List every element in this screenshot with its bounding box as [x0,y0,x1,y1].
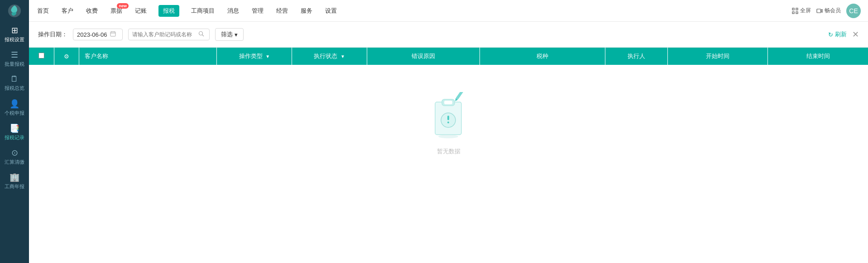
th-tax: 税种 [480,48,605,65]
th-error: 错误原因 [367,48,480,65]
sidebar-label-reconcile: 汇算清缴 [5,159,24,165]
sidebar-item-batch-tax[interactable]: ☰ 批量报税 [0,46,29,71]
filter-button[interactable]: 筛选 ▾ [215,28,244,41]
toolbar-right: ↻ 刷新 ✕ [828,29,859,39]
th-executor: 执行人 [605,48,667,65]
svg-rect-18 [456,92,464,100]
sidebar-label-batch-tax: 批量报税 [5,61,24,67]
th-gear[interactable]: ⚙ [54,48,79,65]
svg-rect-17 [447,122,449,123]
svg-rect-16 [447,116,449,120]
nav-operations[interactable]: 经营 [275,5,289,17]
svg-rect-6 [110,32,115,36]
search-input[interactable] [132,31,196,38]
th-customer: 客户名称 [79,48,217,65]
nav-management[interactable]: 管理 [251,5,264,17]
refresh-button[interactable]: ↻ 刷新 [828,30,847,39]
svg-rect-1 [792,8,794,10]
tax-records-icon: 📑 [10,123,19,133]
member-button[interactable]: 畅会员 [816,7,841,15]
topnav: 首页 客户 收费 票据 new 记账 报税 工商项目 消息 管理 经营 服务 设… [29,0,868,22]
nav-settings[interactable]: 设置 [324,5,338,17]
sidebar-item-tax-overview[interactable]: 🗒 报税总览 [0,71,29,95]
svg-rect-5 [817,9,821,13]
invoice-badge: new [117,3,129,9]
sidebar-label-annual-report: 工商年报 [5,184,24,190]
main-area: 首页 客户 收费 票据 new 记账 报税 工商项目 消息 管理 经营 服务 设… [29,0,868,263]
empty-text: 暂无数据 [437,147,460,156]
search-icon [198,31,204,38]
svg-point-21 [438,135,458,138]
svg-rect-4 [796,12,798,14]
sidebar: ⊞ 报税设置 ☰ 批量报税 🗒 报税总览 👤 个税申报 📑 报税记录 ⊙ 汇算清… [0,0,29,263]
sidebar-item-tax-records[interactable]: 📑 报税记录 [0,120,29,144]
table-header: ⚙ 客户名称 操作类型 ▼ 执行状态 ▼ 错误原因 税种 执行 [29,48,868,65]
personal-tax-icon: 👤 [10,99,19,109]
nav-industry[interactable]: 工商项目 [190,5,216,17]
sidebar-item-reconcile[interactable]: ⊙ 汇算清缴 [0,144,29,169]
sidebar-label-tax-overview: 报税总览 [5,85,24,91]
nav-tax[interactable]: 报税 [158,5,179,17]
table-wrap: ⚙ 客户名称 操作类型 ▼ 执行状态 ▼ 错误原因 税种 执行 [29,48,868,263]
date-picker[interactable]: 2023-06-06 [73,29,123,40]
svg-point-10 [199,32,203,35]
sidebar-item-tax-settings[interactable]: ⊞ 报税设置 [0,22,29,46]
fullscreen-button[interactable]: 全屏 [792,7,811,15]
sidebar-item-annual-report[interactable]: 🏢 工商年报 [0,169,29,193]
tax-overview-icon: 🗒 [10,74,19,84]
nav-accounting[interactable]: 记账 [134,5,148,17]
nav-customer[interactable]: 客户 [61,5,74,17]
video-icon [816,8,823,14]
toolbar: 操作日期： 2023-06-06 [29,22,868,48]
gear-icon: ⚙ [64,53,69,60]
topnav-right: 全屏 畅会员 CE [792,4,861,18]
content-area: 操作日期： 2023-06-06 [29,22,868,263]
date-value: 2023-06-06 [77,31,107,38]
sidebar-label-tax-settings: 报税设置 [5,37,24,43]
close-button[interactable]: ✕ [852,29,859,39]
fullscreen-icon [792,8,798,14]
nav-home[interactable]: 首页 [36,5,50,17]
th-type[interactable]: 操作类型 ▼ [217,48,292,65]
topnav-items: 首页 客户 收费 票据 new 记账 报税 工商项目 消息 管理 经营 服务 设… [36,5,792,17]
svg-rect-3 [792,12,794,14]
select-all-checkbox[interactable] [38,53,44,58]
avatar[interactable]: CE [846,4,861,18]
th-status[interactable]: 执行状态 ▼ [292,48,367,65]
nav-services[interactable]: 服务 [300,5,313,17]
nav-billing[interactable]: 收费 [85,5,99,17]
reconcile-icon: ⊙ [11,148,18,158]
annual-report-icon: 🏢 [10,172,19,182]
empty-state: 暂无数据 [29,65,868,183]
main-table: ⚙ 客户名称 操作类型 ▼ 执行状态 ▼ 错误原因 税种 执行 [29,48,868,183]
sidebar-label-tax-records: 报税记录 [5,135,24,141]
sidebar-label-personal-tax: 个税申报 [5,110,24,116]
search-wrap[interactable] [128,29,210,40]
svg-line-11 [202,35,204,37]
tax-settings-icon: ⊞ [11,25,18,35]
type-filter-icon: ▼ [265,54,270,59]
th-end: 结束时间 [768,48,868,65]
logo[interactable] [0,0,29,22]
table-body: 暂无数据 [29,65,868,183]
th-checkbox[interactable] [29,48,54,65]
refresh-icon: ↻ [828,31,833,38]
status-filter-icon: ▼ [340,54,345,59]
nav-messages[interactable]: 消息 [226,5,240,17]
nav-invoice[interactable]: 票据 new [110,5,123,17]
empty-illustration [426,92,471,142]
svg-rect-14 [444,101,452,104]
sidebar-item-personal-tax[interactable]: 👤 个税申报 [0,95,29,120]
date-label: 操作日期： [38,30,67,39]
th-start: 开始时间 [667,48,767,65]
batch-tax-icon: ☰ [11,50,18,60]
svg-rect-2 [796,8,798,10]
calendar-icon [110,31,116,38]
chevron-down-icon: ▾ [235,31,238,38]
